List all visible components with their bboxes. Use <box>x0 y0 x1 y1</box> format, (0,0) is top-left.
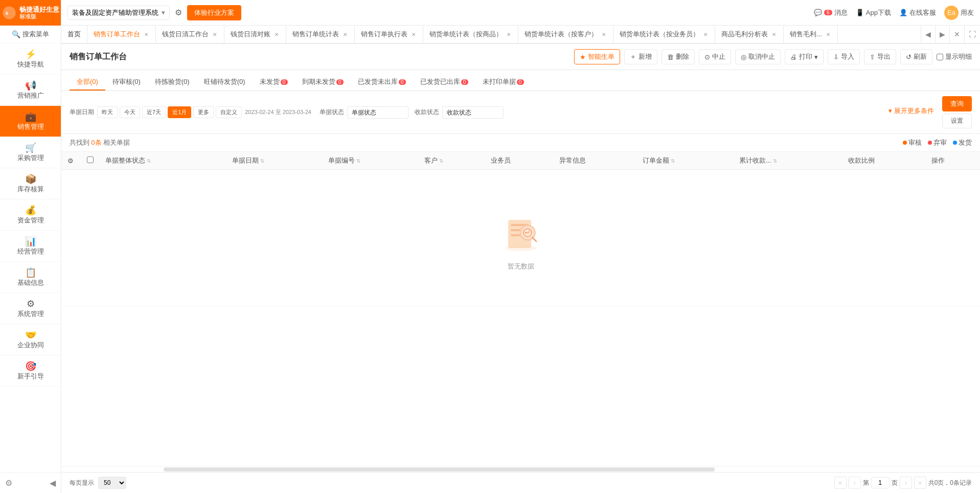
date-btn-custom[interactable]: 自定义 <box>216 106 242 118</box>
tab-cash-daily-workbench[interactable]: 钱货日清工作台 ✕ <box>156 26 224 43</box>
tab-close-icon-9[interactable]: ✕ <box>771 31 777 38</box>
page-number-input[interactable] <box>871 477 890 488</box>
refresh-btn[interactable]: ↺ 刷新 <box>900 49 932 64</box>
sidebar-item-system[interactable]: ⚙ 系统管理 <box>0 293 61 324</box>
delete-btn[interactable]: 🗑 删除 <box>662 49 695 64</box>
app-download-btn[interactable]: 📱 App下载 <box>856 8 891 17</box>
user-menu[interactable]: Ea 用友 <box>944 6 974 20</box>
stop-btn[interactable]: ⊙ 中止 <box>699 49 731 64</box>
col-settings[interactable]: ⚙ <box>61 152 80 170</box>
filter-tab-overdue-ship[interactable]: 到期未发货0 <box>295 74 351 91</box>
tab-close-icon-7[interactable]: ✕ <box>601 31 607 38</box>
filter-tab-all[interactable]: 全部(0) <box>70 74 105 91</box>
tab-close-all-btn[interactable]: ✕ <box>949 26 964 43</box>
filter-tab-wangpu-ship[interactable]: 旺铺待发货(0) <box>197 74 253 91</box>
date-btn-more[interactable]: 更多 <box>193 106 214 118</box>
tab-close-icon[interactable]: ✕ <box>143 31 149 38</box>
first-page-btn[interactable]: « <box>834 477 847 489</box>
topbar-settings-icon[interactable]: ⚙ <box>175 8 182 17</box>
filter-tab-not-printed[interactable]: 未打印单据0 <box>475 74 531 91</box>
print-btn[interactable]: 🖨 打印 ▾ <box>785 49 824 64</box>
column-settings-icon[interactable]: ⚙ <box>67 157 74 165</box>
import-btn[interactable]: ⇩ 导入 <box>828 49 860 64</box>
revoke-action[interactable]: 弃审 <box>928 138 947 147</box>
sidebar-item-inventory[interactable]: 📦 库存核算 <box>0 168 61 199</box>
next-page-btn[interactable]: › <box>900 477 912 489</box>
show-detail-label[interactable]: 显示明细 <box>937 52 972 61</box>
tab-close-icon-4[interactable]: ✕ <box>342 31 348 38</box>
show-detail-checkbox[interactable] <box>937 54 943 60</box>
select-all-checkbox[interactable] <box>87 156 94 163</box>
last-page-btn[interactable]: » <box>914 477 926 489</box>
topbar-right: 💬 6 消息 📱 App下载 👤 在线客服 Ea 用友 <box>814 6 974 20</box>
date-btn-today[interactable]: 今天 <box>120 106 140 118</box>
tab-close-icon-8[interactable]: ✕ <box>702 31 709 38</box>
payment-select[interactable]: 收款状态 <box>442 106 504 119</box>
tab-home[interactable]: 首页 <box>61 26 87 43</box>
filter-tab-not-shipped[interactable]: 未发货0 <box>253 74 295 91</box>
tab-scroll-left-btn[interactable]: ◀ <box>921 26 935 43</box>
date-btn-yesterday[interactable]: 昨天 <box>97 106 118 118</box>
sidebar-item-sales[interactable]: 💼 销售管理 <box>0 106 61 137</box>
sidebar-item-guide[interactable]: 🎯 新手引导 <box>0 355 61 387</box>
col-customer[interactable]: 客户 ⇅ <box>419 152 485 170</box>
settings-icon[interactable]: ⚙ <box>5 478 12 488</box>
tab-goods-stats-product[interactable]: 销货单统计表（按商品） ✕ <box>423 26 518 43</box>
collapse-icon[interactable]: ◀ <box>50 478 56 488</box>
tab-sales-exec[interactable]: 销售订单执行表 ✕ <box>355 26 423 43</box>
payment-select-wrapper: 收款状态 <box>442 106 504 119</box>
tab-close-icon-3[interactable]: ✕ <box>274 31 280 38</box>
business-icon: 📊 <box>25 236 36 247</box>
message-btn[interactable]: 💬 6 消息 <box>814 8 848 17</box>
tab-close-icon-6[interactable]: ✕ <box>506 31 512 38</box>
sidebar-item-basicinfo[interactable]: 📋 基础信息 <box>0 262 61 293</box>
smart-btn[interactable]: ★ 智能生单 <box>574 49 620 64</box>
filter-tab-shipped-out[interactable]: 已发货已出库0 <box>413 74 475 91</box>
online-service-btn[interactable]: 👤 在线客服 <box>899 8 936 17</box>
tab-cash-reconciliation[interactable]: 钱货日清对账 ✕ <box>224 26 286 43</box>
tab-scroll-right-btn[interactable]: ▶ <box>935 26 949 43</box>
page-size-select[interactable]: 10 20 50 100 <box>98 477 126 489</box>
date-btn-1month[interactable]: 近1月 <box>168 106 191 118</box>
prev-page-btn[interactable]: ‹ <box>849 477 861 489</box>
sidebar-item-business[interactable]: 📊 经营管理 <box>0 231 61 262</box>
filter-tab-pending-check[interactable]: 待拣验货(0) <box>148 74 197 91</box>
col-status[interactable]: 单据整体状态 ⇅ <box>100 152 227 170</box>
app-selector[interactable]: 装备及固定资产辅助管理系统 ▾ <box>67 6 170 20</box>
col-cumulative[interactable]: 累计收款... ⇅ <box>734 152 843 170</box>
tab-sales-stats[interactable]: 销售订单统计表 ✕ <box>286 26 355 43</box>
sidebar-item-enterprise[interactable]: 🤝 企业协同 <box>0 324 61 355</box>
col-number[interactable]: 单据编号 ⇅ <box>323 152 419 170</box>
sidebar-item-quicknav[interactable]: ⚡ 快捷导航 <box>0 43 61 75</box>
tab-close-icon-10[interactable]: ✕ <box>825 31 831 38</box>
tab-sales-order-workbench[interactable]: 销售订单工作台 ✕ <box>87 26 156 44</box>
tab-goods-stats-salesperson[interactable]: 销货单统计表（按业务员） ✕ <box>613 26 715 43</box>
tab-sales-profit[interactable]: 销售毛利... ✕ <box>784 26 838 43</box>
filter-tab-pending-audit[interactable]: 待审核(0) <box>105 74 148 91</box>
expand-filter-btn[interactable]: ▾ 展开更多条件 <box>888 106 934 116</box>
filter-tab-shipped-not-out[interactable]: 已发货未出库0 <box>351 74 413 91</box>
tab-close-icon-5[interactable]: ✕ <box>411 31 417 38</box>
tab-profit-analysis[interactable]: 商品毛利分析表 ✕ <box>715 26 784 43</box>
tab-fullscreen-btn[interactable]: ⛶ <box>964 26 980 43</box>
tab-goods-stats-customer[interactable]: 销货单统计表（按客户） ✕ <box>518 26 613 43</box>
industry-btn[interactable]: 体验行业方案 <box>187 5 241 20</box>
export-btn[interactable]: ⇧ 导出 <box>864 49 896 64</box>
cancel-stop-btn[interactable]: ◎ 取消中止 <box>735 49 781 64</box>
col-checkbox-header[interactable] <box>80 152 100 170</box>
audit-action[interactable]: 审核 <box>903 138 922 147</box>
tab-close-icon-2[interactable]: ✕ <box>212 31 218 38</box>
horizontal-scrollbar[interactable] <box>164 467 715 472</box>
ship-action[interactable]: 发货 <box>953 138 972 147</box>
sidebar-item-marketing[interactable]: 📢 营销推广 <box>0 75 61 106</box>
status-select[interactable]: 单据状态 <box>347 106 408 119</box>
date-btn-7days[interactable]: 近7天 <box>142 106 166 118</box>
search-settings-btn[interactable]: 设置 <box>942 114 972 128</box>
col-amount[interactable]: 订单金额 ⇅ <box>637 152 734 170</box>
query-btn[interactable]: 查询 <box>942 96 972 111</box>
col-date[interactable]: 单据日期 ⇅ <box>227 152 323 170</box>
sidebar-item-search[interactable]: 🔍 搜索菜单 <box>0 26 61 43</box>
sidebar-item-finance[interactable]: 💰 资金管理 <box>0 199 61 231</box>
add-btn[interactable]: ＋ 新增 <box>624 49 657 64</box>
sidebar-item-purchase[interactable]: 🛒 采购管理 <box>0 137 61 168</box>
